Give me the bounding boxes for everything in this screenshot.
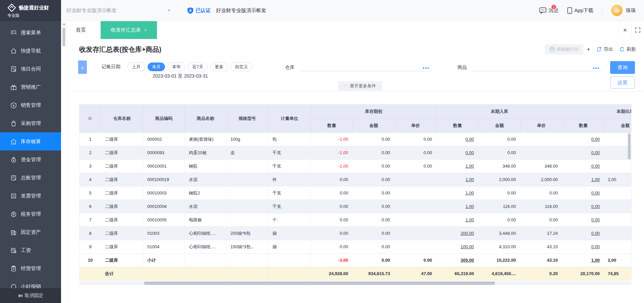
sidebar-item-search-menu[interactable]: 搜索菜单 xyxy=(0,24,61,42)
date-pill[interactable]: 近7天 xyxy=(188,62,208,71)
drilldown-link[interactable]: 0.00 xyxy=(591,231,600,236)
date-pill[interactable]: 本月 xyxy=(148,62,165,71)
column-subheader[interactable]: 数量 xyxy=(437,119,479,133)
drilldown-link[interactable]: 1.00 xyxy=(591,258,600,263)
scrollbar-thumb[interactable] xyxy=(62,28,65,46)
sidebar-item-project-contract[interactable]: 项目合同 xyxy=(0,60,61,78)
export-button[interactable]: 导出 xyxy=(596,46,613,52)
scroll-up-arrow-icon[interactable] xyxy=(62,23,66,25)
sidebar-item-tax[interactable]: 税务管理 xyxy=(0,205,61,223)
column-subheader[interactable]: 金额 xyxy=(353,119,395,133)
drilldown-link[interactable]: 0.00 xyxy=(466,150,474,155)
drilldown-link[interactable]: 1.00 xyxy=(466,204,474,209)
column-header[interactable]: 计量单位 xyxy=(268,104,311,133)
user-menu[interactable]: 珠珠 xyxy=(611,5,636,16)
app-download-button[interactable]: App下载 xyxy=(567,7,593,14)
sidebar-item-fixed-assets[interactable]: 固定资产 xyxy=(0,223,61,241)
column-header[interactable]: 规格型号 xyxy=(226,104,268,133)
account-set-select[interactable]: 好业财专业版演示帐套 ▼ xyxy=(66,7,171,14)
sidebar-item-label: 快捷导航 xyxy=(21,48,41,54)
refresh-button[interactable]: 刷新 xyxy=(619,46,636,52)
date-pill[interactable]: 上月 xyxy=(127,62,145,71)
column-subheader[interactable]: 金额 xyxy=(604,119,632,133)
column-subheader[interactable]: 金额 xyxy=(479,119,521,133)
column-header[interactable]: 商品名称 xyxy=(185,104,226,133)
sidebar-item-reimburse[interactable]: 小好报销 xyxy=(0,277,61,288)
fullscreen-icon[interactable] xyxy=(631,21,644,39)
cell-value: 0.00 xyxy=(340,244,348,249)
date-pill[interactable]: 更多 xyxy=(210,62,228,71)
table-horizontal-scrollbar[interactable] xyxy=(79,281,632,285)
query-button[interactable]: 查询 xyxy=(610,61,635,74)
sidebar-scrollbar[interactable] xyxy=(61,0,67,303)
drilldown-link[interactable]: 0.00 xyxy=(466,137,474,142)
sidebar-item-label: 资金管理 xyxy=(21,157,41,163)
date-pill[interactable]: 自定义 xyxy=(230,62,252,71)
drilldown-link[interactable]: 200.00 xyxy=(461,231,474,236)
cell-value: 0.20 xyxy=(549,271,558,276)
table-vertical-scrollbar[interactable] xyxy=(628,133,631,160)
drilldown-link[interactable]: 100.00 xyxy=(461,244,474,249)
date-pill[interactable]: 本年 xyxy=(168,62,185,71)
unpin-sidebar-button[interactable]: 取消固定 xyxy=(0,288,61,303)
print-label: 按模板打印 xyxy=(557,46,579,52)
drilldown-link[interactable]: 1.00 xyxy=(466,164,474,169)
sidebar-item-funds[interactable]: 资金管理 xyxy=(0,150,61,169)
sidebar-item-ledger[interactable]: 总账管理 xyxy=(0,169,61,187)
sidebar-item-sales[interactable]: 销售管理 xyxy=(0,96,61,114)
table-cell: 0.00 xyxy=(562,240,604,253)
close-all-tabs-button[interactable]: ✕ xyxy=(619,21,631,39)
drilldown-link[interactable]: 1.00 xyxy=(591,177,600,182)
column-settings-gear-icon[interactable] xyxy=(79,104,101,133)
sidebar-item-purchase[interactable]: 采购管理 xyxy=(0,114,61,132)
product-picker-dots-icon[interactable]: ••• xyxy=(593,67,600,70)
column-subheader[interactable]: 单价 xyxy=(521,119,562,133)
product-input[interactable]: ••• xyxy=(472,61,602,71)
column-header[interactable]: 仓库名称 xyxy=(101,104,143,133)
table-cell: 0.00 xyxy=(311,186,353,200)
messages-button[interactable]: 消息 1 xyxy=(539,7,558,14)
drilldown-link[interactable]: 1.00 xyxy=(466,190,474,196)
certified-shield-icon: 企 xyxy=(187,7,194,14)
print-options-chevron-icon[interactable]: ▼ xyxy=(587,47,590,51)
drilldown-link[interactable]: 0.00 xyxy=(591,150,600,155)
drilldown-link[interactable]: 1.00 xyxy=(466,177,474,182)
sidebar-item-salary[interactable]: 工资 xyxy=(0,241,61,259)
tab-home[interactable]: 首页 xyxy=(67,21,95,39)
table-cell: 200抽*6包 xyxy=(226,227,268,240)
sidebar-item-label: 工资 xyxy=(21,247,31,254)
drilldown-link[interactable]: 1.00 xyxy=(466,217,474,222)
collapse-filter-button[interactable]: » xyxy=(78,60,87,74)
column-subheader[interactable]: 单价 xyxy=(395,119,437,133)
column-subheader[interactable]: 数量 xyxy=(311,119,353,133)
print-by-template-button[interactable]: 按模板打印 xyxy=(545,44,583,54)
tab-report[interactable]: 收发存汇总表 × xyxy=(101,21,157,39)
expand-more-conditions-button[interactable]: ﹀﹀ 展开更多条件 xyxy=(338,81,382,91)
settings-button[interactable]: 设置 xyxy=(610,77,635,89)
drilldown-link[interactable]: 0.00 xyxy=(591,164,600,169)
table-cell: 电路板 xyxy=(185,213,226,226)
sidebar-item-inventory[interactable]: 库存核算 xyxy=(0,132,61,150)
sidebar-item-operations[interactable]: 经营管理 xyxy=(0,259,61,277)
cell-value: 0.00 xyxy=(382,258,390,263)
username-label: 珠珠 xyxy=(626,7,636,14)
drilldown-link[interactable]: 0.00 xyxy=(591,137,600,142)
cell-value: 00010004 xyxy=(147,204,167,209)
drilldown-link[interactable]: 305.00 xyxy=(461,258,474,263)
warehouse-picker-dots-icon[interactable]: ••• xyxy=(423,67,430,70)
drilldown-link[interactable]: 0.00 xyxy=(591,217,600,222)
sidebar-item-invoice[interactable]: 发票管理 xyxy=(0,187,61,205)
drilldown-link[interactable]: 0.00 xyxy=(591,190,600,196)
table-cell: 10,222.00 xyxy=(479,254,521,267)
drilldown-link[interactable]: 0.00 xyxy=(591,244,600,249)
column-subheader[interactable]: 数量 xyxy=(562,119,604,133)
cell-value: 千克 xyxy=(272,163,281,169)
project-contract-icon xyxy=(10,66,17,72)
sidebar-item-quick-nav[interactable]: 快捷导航 xyxy=(0,42,61,60)
drilldown-link[interactable]: 0.00 xyxy=(591,204,600,209)
sidebar-item-marketing[interactable]: 营销推广 xyxy=(0,78,61,96)
warehouse-input[interactable]: ••• xyxy=(300,61,432,71)
hscroll-thumb[interactable] xyxy=(144,282,495,285)
column-header[interactable]: 商品编码 xyxy=(143,104,185,133)
tab-close-icon[interactable]: × xyxy=(144,28,147,33)
